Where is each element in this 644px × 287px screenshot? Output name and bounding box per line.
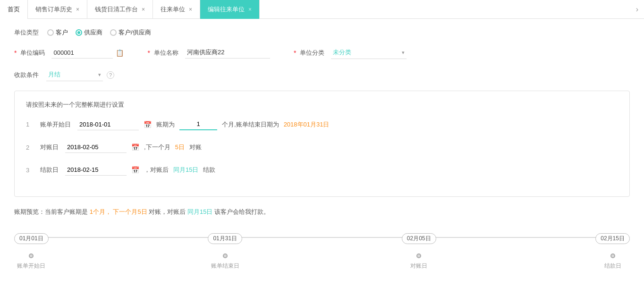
suffix-highlight-3: 同月15日 bbox=[173, 166, 198, 174]
unit-category-chevron: ▾ bbox=[402, 50, 405, 56]
preview-p2: 下一个月5日 bbox=[113, 208, 147, 215]
period-unit-1: 个月,账单结束日期为 bbox=[222, 120, 279, 129]
calendar-icon-3[interactable]: 📅 bbox=[131, 166, 139, 174]
radio-customer-supplier[interactable]: 客户/供应商 bbox=[110, 28, 151, 37]
tab-partner[interactable]: 往来单位 × bbox=[153, 0, 200, 19]
tab-home-label: 首页 bbox=[8, 5, 20, 14]
calendar-icon-1[interactable]: 📅 bbox=[144, 121, 152, 128]
timeline-badge-3: 02月15日 bbox=[595, 233, 630, 244]
period-card: 请按照未来的一个完整帐期进行设置 1 账单开始日 📅 账期为 个月,账单结束日期… bbox=[14, 91, 630, 197]
timeline-badge-1: 01月31日 bbox=[208, 233, 242, 244]
tab-home[interactable]: 首页 bbox=[0, 0, 28, 19]
tab-sales-history[interactable]: 销售订单历史 × bbox=[28, 0, 87, 19]
radio-customer[interactable]: 客户 bbox=[47, 28, 68, 37]
setting-row-3: 3 结款日 📅 ，对账后 同月15日 结款 bbox=[26, 164, 618, 176]
row-label-2: 对账日 bbox=[40, 143, 59, 152]
unit-category-group: * 单位分类 未分类 ▾ bbox=[294, 46, 407, 59]
suffix-post-3: 结款 bbox=[203, 166, 215, 174]
timeline-circle-1 bbox=[223, 253, 228, 258]
main-content: 单位类型 客户 供应商 客户/供应商 * 单位编码 📋 * 单位名称 bbox=[0, 19, 644, 287]
radio-supplier-label: 供应商 bbox=[84, 28, 102, 37]
unit-name-label: 单位名称 bbox=[154, 49, 178, 57]
unit-code-label: 单位编码 bbox=[20, 49, 45, 57]
unit-name-star: * bbox=[147, 49, 150, 57]
timeline-circle-3 bbox=[610, 253, 615, 258]
unit-category-value: 未分类 bbox=[333, 48, 402, 57]
period-label-1: 账期为 bbox=[156, 120, 175, 129]
timeline-circle-2 bbox=[416, 253, 421, 258]
tab-bar: 首页 销售订单历史 × 钱货日清工作台 × 往来单位 × 编辑往来单位 × › bbox=[0, 0, 644, 19]
preview-p3: 对账，对账后 bbox=[149, 208, 186, 215]
suffix-pre-2: ,下一个月 bbox=[144, 143, 170, 152]
row-num-2: 2 bbox=[26, 144, 35, 151]
calendar-icon-2[interactable]: 📅 bbox=[131, 144, 139, 151]
timeline-point-0: 01月01日 账单开始日 bbox=[14, 233, 49, 270]
tab-partner-close[interactable]: × bbox=[189, 6, 192, 13]
unit-code-star: * bbox=[14, 49, 17, 57]
tab-sales-history-close[interactable]: × bbox=[76, 6, 79, 13]
timeline-label-0: 账单开始日 bbox=[17, 262, 45, 270]
tab-sales-history-label: 销售订单历史 bbox=[35, 5, 72, 14]
setting-row-2: 2 对账日 📅 ,下一个月 5日 对账 bbox=[26, 142, 618, 153]
unit-code-copy-icon[interactable]: 📋 bbox=[116, 49, 124, 57]
unit-code-input[interactable] bbox=[51, 47, 113, 59]
help-icon[interactable]: ? bbox=[107, 71, 114, 79]
row-num-1: 1 bbox=[26, 121, 35, 128]
unit-category-select[interactable]: 未分类 ▾ bbox=[331, 46, 407, 59]
timeline-label-2: 对账日 bbox=[410, 262, 427, 270]
period-input-1[interactable] bbox=[179, 118, 217, 130]
preview-section: 账期预览：当前客户账期是 1个月， 下一个月5日 对账，对账后 同月15日 该客… bbox=[14, 206, 630, 217]
radio-customer-circle bbox=[47, 29, 54, 36]
date-input-2[interactable] bbox=[65, 142, 127, 153]
timeline-label-3: 结款日 bbox=[604, 262, 621, 270]
unit-category-label: 单位分类 bbox=[300, 49, 324, 57]
payment-condition-label: 收款条件 bbox=[14, 71, 39, 79]
unit-code-group: * 单位编码 📋 bbox=[14, 47, 124, 59]
timeline-point-3: 02月15日 结款日 bbox=[595, 233, 630, 270]
tab-more-arrow[interactable]: › bbox=[630, 5, 644, 14]
unit-info-row: * 单位编码 📋 * 单位名称 * 单位分类 未分类 ▾ bbox=[14, 46, 630, 59]
row-label-3: 结款日 bbox=[40, 166, 59, 174]
unit-name-group: * 单位名称 bbox=[147, 47, 270, 59]
suffix-post-2: 对账 bbox=[189, 143, 202, 152]
radio-supplier[interactable]: 供应商 bbox=[76, 28, 102, 37]
suffix-highlight-2: 5日 bbox=[175, 143, 185, 152]
preview-label: 账期预览：当前客户账期是 bbox=[14, 208, 88, 215]
setting-row-1: 1 账单开始日 📅 账期为 个月,账单结束日期为 2018年01月31日 bbox=[26, 118, 618, 130]
timeline: 01月01日 账单开始日 01月31日 账单结束日 02月05日 对账日 02月… bbox=[14, 228, 630, 275]
unit-type-radio-group: 客户 供应商 客户/供应商 bbox=[47, 28, 151, 37]
period-date-1: 2018年01月31日 bbox=[284, 120, 330, 129]
card-instruction: 请按照未来的一个完整帐期进行设置 bbox=[26, 101, 618, 109]
row-label-1: 账单开始日 bbox=[40, 120, 71, 129]
timeline-label-1: 账单结束日 bbox=[211, 262, 239, 270]
unit-name-input[interactable] bbox=[185, 47, 270, 59]
preview-p4: 同月15日 bbox=[187, 208, 212, 215]
timeline-badge-2: 02月05日 bbox=[402, 233, 436, 244]
unit-type-row: 单位类型 客户 供应商 客户/供应商 bbox=[14, 28, 630, 37]
tab-cash-work-label: 钱货日清工作台 bbox=[95, 5, 138, 14]
payment-condition-chevron: ▾ bbox=[98, 72, 101, 78]
radio-customer-label: 客户 bbox=[56, 28, 68, 37]
unit-type-label: 单位类型 bbox=[14, 28, 39, 37]
preview-p5: 该客户会给我打款。 bbox=[214, 208, 270, 215]
date-input-3[interactable] bbox=[65, 164, 127, 176]
tab-edit-partner-label: 编辑往来单位 bbox=[208, 5, 245, 14]
radio-customer-supplier-circle bbox=[110, 29, 117, 36]
timeline-points: 01月01日 账单开始日 01月31日 账单结束日 02月05日 对账日 02月… bbox=[14, 233, 630, 270]
timeline-point-2: 02月05日 对账日 bbox=[402, 233, 436, 270]
payment-row: 收款条件 月结 ▾ ? bbox=[14, 68, 630, 81]
tab-edit-partner[interactable]: 编辑往来单位 × bbox=[200, 0, 260, 19]
payment-condition-value: 月结 bbox=[48, 70, 98, 79]
timeline-circle-0 bbox=[29, 253, 34, 258]
suffix-pre-3: ，对账后 bbox=[144, 166, 169, 174]
unit-category-star: * bbox=[294, 49, 296, 57]
timeline-point-1: 01月31日 账单结束日 bbox=[208, 233, 242, 270]
tab-edit-partner-close[interactable]: × bbox=[248, 6, 252, 13]
payment-condition-select[interactable]: 月结 ▾ bbox=[46, 68, 103, 81]
date-input-1[interactable] bbox=[77, 119, 139, 130]
tab-cash-work-close[interactable]: × bbox=[142, 6, 145, 13]
tab-partner-label: 往来单位 bbox=[161, 5, 185, 14]
tab-cash-work[interactable]: 钱货日清工作台 × bbox=[87, 0, 153, 19]
radio-customer-supplier-label: 客户/供应商 bbox=[119, 28, 151, 37]
radio-supplier-circle bbox=[76, 29, 82, 36]
